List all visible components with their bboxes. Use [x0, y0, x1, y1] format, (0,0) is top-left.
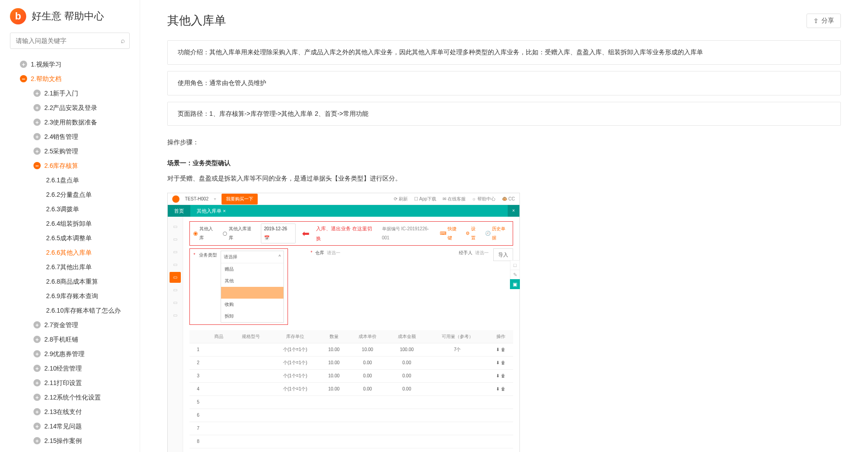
nav-item[interactable]: −2.帮助文档 — [10, 71, 130, 86]
plus-icon: + — [33, 408, 41, 415]
plus-icon: + — [33, 350, 41, 357]
nav-label: 2.6.2分量盘点单 — [46, 187, 92, 202]
scene1-title: 场景一：业务类型确认 — [167, 157, 841, 169]
page-title: 其他入库单 — [167, 13, 226, 29]
nav-label: 2.14常见问题 — [44, 419, 82, 433]
nav-label: 2.12系统个性化设置 — [44, 390, 101, 404]
nav-item[interactable]: +2.4销售管理 — [10, 129, 130, 144]
ss-tab-close: × — [508, 205, 519, 217]
ss-tabbar: 首页 其他入库单 × × — [168, 205, 519, 217]
plus-icon: + — [33, 321, 41, 328]
nav-item[interactable]: +2.7资金管理 — [10, 318, 130, 332]
nav-label: 2.5采购管理 — [44, 144, 78, 158]
nav-item[interactable]: 2.6.3调拨单 — [10, 202, 130, 216]
nav-item[interactable]: 2.6.7其他出库单 — [10, 260, 130, 274]
logo-row: b 好生意 帮助中心 — [10, 8, 130, 24]
nav-item[interactable]: +2.12系统个性化设置 — [10, 390, 130, 404]
nav-item[interactable]: 2.6.2分量盘点单 — [10, 187, 130, 202]
ss-tab-home: 首页 — [168, 205, 190, 217]
ss-topbar: TEST-H002 ▾ 我要购买一下 ⟳ 刷新 ☐ App下载 ✉ 在线客服 ☼… — [168, 193, 519, 205]
ss-date: 2019-12-26 📅 — [261, 224, 296, 243]
path-label: 页面路径： — [178, 110, 209, 117]
intro-text: 其他入库单用来处理除采购入库、产成品入库之外的其他入库业务，因此其他入库单可处理… — [209, 48, 703, 56]
plus-icon: + — [33, 437, 41, 444]
nav-item[interactable]: +1.视频学习 — [10, 57, 130, 71]
minus-icon: − — [33, 162, 41, 169]
intro-label: 功能介绍： — [178, 48, 209, 56]
nav-item[interactable]: 2.6.1盘点单 — [10, 173, 130, 187]
share-icon: ⇪ — [813, 17, 819, 24]
nav-item[interactable]: +2.1新手入门 — [10, 86, 130, 100]
plus-icon: + — [33, 365, 41, 372]
nav-item[interactable]: +2.9优惠券管理 — [10, 347, 130, 361]
ss-buy-button: 我要购买一下 — [222, 194, 258, 205]
search-input[interactable] — [10, 33, 130, 49]
sidetool-icon: ✎ — [510, 270, 520, 280]
article-body: 操作步骤： 场景一：业务类型确认 对于受赠、盘盈或是拆装入库等不同的业务，是通过… — [167, 136, 841, 452]
plus-icon: + — [33, 379, 41, 386]
nav-item[interactable]: +2.13在线支付 — [10, 404, 130, 419]
nav-label: 2.6.5成本调整单 — [46, 231, 92, 245]
nav-item[interactable]: +2.10经营管理 — [10, 361, 130, 376]
ss-left-rail: ▭ ▭ ▭ ▭ ▭ ▭ ▭ ▭ — [168, 217, 183, 452]
nav-label: 2.4销售管理 — [44, 129, 78, 144]
sidetool-icon-active: ▣ — [510, 279, 520, 289]
title-bar: 其他入库单 ⇪ 分享 — [167, 13, 841, 29]
plus-icon: + — [33, 104, 41, 111]
plus-icon: + — [33, 119, 41, 126]
nav-item[interactable]: 2.6.5成本调整单 — [10, 231, 130, 245]
nav-label: 2.15操作案例 — [44, 433, 82, 448]
ss-biztype-dropdown: 请选择^ 赠品其他 收购拆卸 — [221, 251, 284, 323]
app-logo: b — [10, 8, 26, 24]
rail-icon: ▭ — [168, 284, 183, 296]
ss-top-links: ⟳ 刷新 ☐ App下载 ✉ 在线客服 ☼ 帮助中心 🐵 CC — [394, 195, 515, 204]
nav-item[interactable]: +2.15操作案例 — [10, 433, 130, 448]
nav-item[interactable]: +2.14常见问题 — [10, 419, 130, 433]
nav-item[interactable]: 2.6.8商品成本重算 — [10, 274, 130, 289]
share-button[interactable]: ⇪ 分享 — [807, 14, 841, 28]
intro-box: 功能介绍：其他入库单用来处理除采购入库、产成品入库之外的其他入库业务，因此其他入… — [167, 40, 841, 65]
nav-label: 2.6.8商品成本重算 — [46, 274, 98, 289]
scene1-body: 对于受赠、盘盈或是拆装入库等不同的业务，是通过单据头【业务类型】进行区分。 — [167, 172, 841, 185]
rail-icon: ▭ — [168, 246, 183, 258]
nav-item[interactable]: +2.2产品安装及登录 — [10, 100, 130, 115]
nav-label: 2.10经营管理 — [44, 361, 82, 376]
role-label: 使用角色： — [178, 79, 209, 86]
nav-label: 2.13在线支付 — [44, 404, 82, 419]
minus-icon: − — [20, 75, 27, 82]
nav-label: 2.帮助文档 — [31, 71, 61, 86]
nav-item[interactable]: −2.6库存核算 — [10, 158, 130, 173]
nav-label: 2.6库存核算 — [44, 158, 78, 173]
sidebar: b 好生意 帮助中心 ⌕ +1.视频学习−2.帮助文档+2.1新手入门+2.2产… — [0, 0, 140, 452]
path-text: 1、库存核算->库存管理->其他入库单 2、首页->常用功能 — [209, 110, 368, 117]
nav-tree: +1.视频学习−2.帮助文档+2.1新手入门+2.2产品安装及登录+2.3使用前… — [10, 57, 130, 448]
nav-label: 2.6.10库存账本错了怎么办 — [46, 303, 121, 318]
nav-item[interactable]: 2.6.10库存账本错了怎么办 — [10, 303, 130, 318]
rail-icon: ▭ — [168, 296, 183, 309]
nav-label: 2.6.3调拨单 — [46, 202, 79, 216]
plus-icon: + — [33, 147, 41, 155]
role-box: 使用角色：通常由仓管人员维护 — [167, 71, 841, 95]
nav-label: 2.11打印设置 — [44, 376, 82, 390]
ss-logo-icon — [172, 195, 179, 203]
embedded-screenshot: TEST-H002 ▾ 我要购买一下 ⟳ 刷新 ☐ App下载 ✉ 在线客服 ☼… — [167, 193, 520, 452]
ss-biztype-label: 业务类型 — [199, 251, 217, 260]
nav-item[interactable]: +2.8手机旺铺 — [10, 332, 130, 347]
nav-item[interactable]: +2.5采购管理 — [10, 144, 130, 158]
plus-icon: + — [33, 133, 41, 140]
rail-icon: ▭ — [168, 220, 183, 233]
nav-item[interactable]: 2.6.9库存账本查询 — [10, 289, 130, 303]
nav-item[interactable]: 2.6.4组装拆卸单 — [10, 216, 130, 231]
nav-label: 2.6.4组装拆卸单 — [46, 216, 92, 231]
ss-tab-current: 其他入库单 × — [190, 205, 232, 217]
search-icon[interactable]: ⌕ — [121, 37, 125, 45]
role-text: 通常由仓管人员维护 — [209, 79, 266, 86]
ss-annotation-1: 入库、退出业务 在这里切换 — [316, 224, 375, 243]
plus-icon: + — [33, 90, 41, 97]
nav-item[interactable]: 2.6.6其他入库单 — [10, 245, 130, 260]
nav-label: 2.6.6其他入库单 — [46, 245, 92, 260]
nav-item[interactable]: +2.3使用前数据准备 — [10, 115, 130, 129]
nav-item[interactable]: +2.11打印设置 — [10, 376, 130, 390]
rail-icon-active: ▭ — [170, 272, 181, 283]
ss-table: 商品规格型号库存单位数量成本单价成本金额可用量（参考）操作 1个(1个=1个)1… — [189, 330, 513, 452]
